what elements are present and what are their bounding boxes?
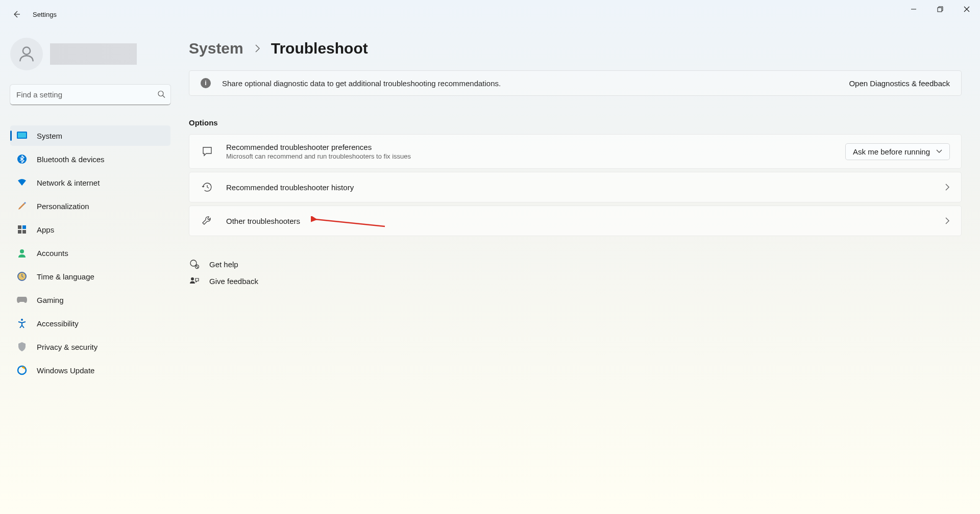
banner-text: Share optional diagnostic data to get ad…	[222, 79, 849, 88]
sidebar-item-windows-update[interactable]: Windows Update	[10, 360, 170, 380]
wifi-icon	[16, 177, 28, 188]
section-title-options: Options	[189, 118, 962, 127]
avatar	[10, 38, 43, 70]
user-name-redacted	[50, 43, 137, 65]
sidebar-item-label: Windows Update	[37, 366, 94, 375]
minimize-icon	[911, 6, 917, 12]
wrench-icon	[201, 214, 214, 227]
window-title: Settings	[33, 11, 57, 18]
sidebar-item-privacy[interactable]: Privacy & security	[10, 337, 170, 357]
accounts-icon	[16, 247, 28, 259]
accessibility-icon	[16, 318, 28, 329]
svg-point-12	[21, 319, 23, 321]
bluetooth-icon	[16, 153, 28, 165]
breadcrumb: System Troubleshoot	[189, 40, 962, 57]
minimize-button[interactable]	[900, 0, 927, 18]
chevron-right-icon	[254, 43, 261, 54]
sidebar-item-label: Network & internet	[37, 178, 100, 187]
svg-point-10	[20, 249, 24, 253]
svg-rect-6	[18, 225, 21, 229]
svg-point-17	[191, 277, 194, 280]
open-diagnostics-link[interactable]: Open Diagnostics & feedback	[849, 79, 950, 88]
card-recommended-preferences[interactable]: Recommended troubleshooter preferences M…	[189, 134, 962, 169]
card-other-troubleshooters[interactable]: Other troubleshooters	[189, 205, 962, 236]
sidebar-item-personalization[interactable]: Personalization	[10, 196, 170, 216]
person-icon	[17, 44, 36, 64]
card-title: Recommended troubleshooter history	[226, 183, 945, 192]
sidebar-item-label: Gaming	[37, 296, 64, 304]
arrow-left-icon	[12, 10, 20, 18]
sidebar-item-accessibility[interactable]: Accessibility	[10, 313, 170, 333]
svg-point-13	[18, 366, 26, 374]
link-label: Give feedback	[209, 277, 258, 286]
breadcrumb-parent[interactable]: System	[189, 40, 243, 57]
sidebar-item-label: Time & language	[37, 272, 94, 281]
gamepad-icon	[16, 294, 28, 305]
sidebar-item-time-language[interactable]: Time & language	[10, 266, 170, 287]
sidebar-item-bluetooth[interactable]: Bluetooth & devices	[10, 149, 170, 169]
chevron-right-icon	[945, 183, 950, 191]
sidebar-item-gaming[interactable]: Gaming	[10, 290, 170, 310]
sidebar-item-label: Apps	[37, 225, 54, 234]
feedback-icon	[189, 276, 200, 286]
sidebar-item-label: Personalization	[37, 202, 89, 211]
sidebar-item-label: System	[37, 132, 62, 140]
sidebar-item-system[interactable]: System	[10, 125, 170, 146]
dropdown-value: Ask me before running	[853, 147, 930, 156]
svg-rect-0	[938, 8, 942, 12]
sidebar-item-label: Accounts	[37, 249, 68, 258]
user-profile[interactable]	[10, 38, 170, 70]
sidebar-item-label: Privacy & security	[37, 343, 97, 351]
sidebar-item-label: Bluetooth & devices	[37, 155, 105, 164]
help-icon	[189, 259, 200, 269]
link-label: Get help	[209, 260, 238, 269]
get-help-link[interactable]: Get help	[189, 255, 962, 273]
clock-globe-icon	[16, 271, 28, 282]
give-feedback-link[interactable]: Give feedback	[189, 273, 962, 289]
info-icon: i	[201, 78, 211, 88]
svg-point-1	[23, 47, 30, 55]
card-troubleshooter-history[interactable]: Recommended troubleshooter history	[189, 172, 962, 202]
chevron-down-icon	[936, 149, 942, 153]
svg-rect-8	[18, 230, 21, 234]
svg-rect-4	[18, 133, 26, 138]
chat-bubble-icon	[201, 145, 214, 158]
shield-icon	[16, 341, 28, 352]
history-icon	[201, 181, 214, 194]
card-subtitle: Microsoft can recommend and run troubles…	[226, 152, 845, 160]
close-icon	[964, 6, 970, 12]
sidebar-item-apps[interactable]: Apps	[10, 219, 170, 240]
system-icon	[16, 130, 28, 141]
sidebar-item-label: Accessibility	[37, 319, 79, 328]
search-icon	[157, 90, 165, 100]
sidebar-item-accounts[interactable]: Accounts	[10, 243, 170, 263]
close-button[interactable]	[953, 0, 980, 18]
breadcrumb-current: Troubleshoot	[271, 40, 368, 57]
card-title: Recommended troubleshooter preferences	[226, 143, 845, 151]
card-title: Other troubleshooters	[226, 217, 945, 225]
sidebar-nav: System Bluetooth & devices Network & int…	[10, 125, 170, 380]
back-button[interactable]	[4, 2, 29, 27]
search-input[interactable]	[10, 85, 170, 105]
maximize-icon	[937, 6, 943, 12]
apps-icon	[16, 224, 28, 235]
svg-rect-7	[22, 225, 26, 229]
svg-point-2	[158, 91, 163, 96]
chevron-right-icon	[945, 217, 950, 225]
svg-rect-9	[22, 230, 26, 234]
update-icon	[16, 365, 28, 376]
maximize-button[interactable]	[927, 0, 953, 18]
diagnostics-banner: i Share optional diagnostic data to get …	[189, 70, 962, 96]
sidebar-item-network[interactable]: Network & internet	[10, 172, 170, 193]
preference-dropdown[interactable]: Ask me before running	[845, 143, 950, 160]
brush-icon	[16, 200, 28, 212]
